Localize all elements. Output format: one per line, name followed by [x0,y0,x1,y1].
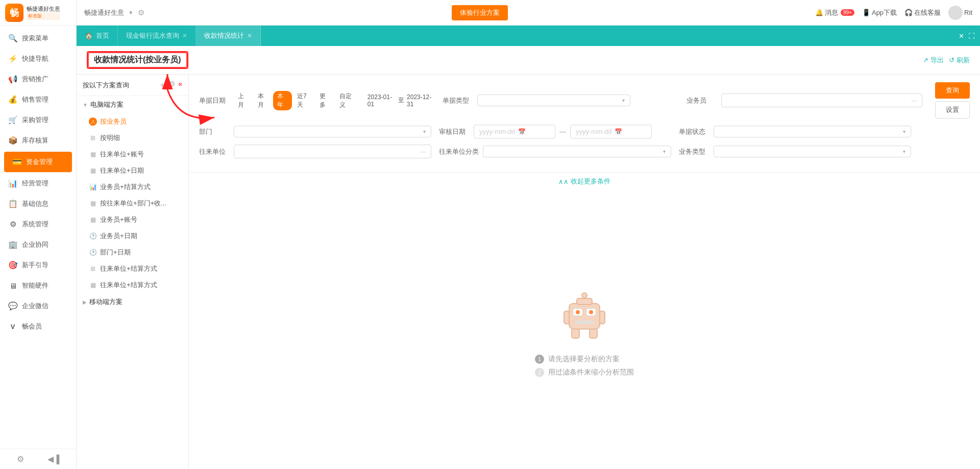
sidebar-item-hardware[interactable]: 🖥 智能硬件 [0,275,76,296]
unit-settle1-icon: ⊞ [89,265,97,273]
counterpart-type-select[interactable]: ▾ [483,146,671,157]
dept-select[interactable]: ▾ [234,126,431,137]
add-scheme-icon[interactable]: ＋ [158,80,166,90]
scheme-item-unit-settle2[interactable]: ▦ 往来单位+结算方式 [77,277,188,293]
counterpart-type-chevron: ▾ [663,149,666,154]
online-service-item[interactable]: 🎧 在线客服 [904,8,941,17]
tip-num-2: 2 [535,368,544,377]
page-actions: ↗ 导出 ↺ 刷新 [923,56,970,65]
voucher-status-select[interactable]: ▾ [714,126,911,137]
sidebar-item-finance[interactable]: 💳 资金管理 [4,152,72,172]
scheme-item-salesperson-account[interactable]: ▦ 业务员+账号 [77,212,188,228]
sidebar-item-search-menu[interactable]: 🔍 搜索菜单 [0,28,76,49]
operation-icon: 📊 [8,178,18,189]
audit-date-from-input[interactable]: yyyy-mm-dd 📅 [474,125,555,138]
user-item[interactable]: Rit [948,6,972,20]
scheme-item-unit-date[interactable]: ▦ 往来单位+日期 [77,162,188,179]
svg-rect-10 [572,329,579,338]
breadcrumb-dropdown-icon[interactable]: ▾ [129,9,133,16]
date-tab-more[interactable]: 更多 [315,91,334,110]
scheme-collapse-icon[interactable]: « [178,80,182,90]
counterpart-label: 往来单位 [199,147,230,156]
scheme-item-label: 往来单位+日期 [100,166,144,175]
sidebar-item-guide[interactable]: 🎯 新手引导 [0,255,76,275]
scheme-item-unit-account[interactable]: ▦ 往来单位+账号 [77,146,188,162]
tab-bank-flow[interactable]: 现金银行流水查询 ✕ [118,26,196,46]
scheme-item-dept-date[interactable]: 🕐 部门+日期 [77,244,188,261]
query-button[interactable]: 查询 [935,82,970,99]
sidebar-item-label: 企业微信 [22,301,48,311]
mobile-group-title[interactable]: ▶ 移动端方案 [77,293,188,311]
sidebar-item-quick-nav[interactable]: ⚡ 快捷导航 [0,49,76,69]
sidebar-item-purchase[interactable]: 🛒 采购管理 [0,110,76,130]
search-menu-icon: 🔍 [8,33,18,43]
desktop-group-label: 电脑端方案 [90,100,124,109]
scheme-item-salesperson-date[interactable]: 🕐 业务员+日期 [77,228,188,244]
audit-from-placeholder: yyyy-mm-dd [479,128,516,135]
svg-rect-6 [577,298,592,304]
sidebar-item-operation[interactable]: 📊 经营管理 [0,173,76,194]
window-close-icon[interactable]: ✕ [959,32,964,40]
date-tab-last-month[interactable]: 上月 [234,91,253,110]
scheme-item-unit-dept-collect[interactable]: ▦ 按往来单位+部门+收... [77,195,188,212]
sidebar-item-member[interactable]: V 畅会员 [0,316,76,337]
audit-date-filter: 审核日期 yyyy-mm-dd 📅 — yyyy-mm-dd 📅 [439,125,671,138]
filter-content: 单据日期 上月 本月 本年 近7天 更多 自定义 2023-01-01 [189,75,980,172]
tab-bank-flow-close[interactable]: ✕ [182,32,187,39]
scheme-item-by-detail[interactable]: ⊞ 按明细 [77,130,188,146]
notification-item[interactable]: 🔔 消息 99+ [815,8,854,17]
counterpart-select[interactable]: ··· [234,145,431,158]
mobile-group-label: 移动端方案 [89,297,122,307]
salesperson-dots[interactable]: ··· [911,97,917,104]
refresh-button[interactable]: ↺ 刷新 [949,56,970,65]
window-maximize-icon[interactable]: ⛶ [968,32,975,40]
svg-rect-8 [564,311,569,324]
sidebar-item-inventory[interactable]: 📦 库存核算 [0,130,76,151]
svg-rect-9 [600,311,605,324]
tab-home-label: 首页 [96,31,109,40]
counterpart-dots[interactable]: ··· [420,148,426,155]
audit-date-to-input[interactable]: yyyy-mm-dd 📅 [570,125,652,138]
audit-to-placeholder: yyyy-mm-dd [576,128,612,135]
sidebar-item-label: 畅会员 [22,322,42,331]
biz-type-select[interactable]: ▾ [714,146,911,157]
settings-bottom-btn[interactable]: ⚙ [17,454,24,464]
sidebar-item-enterprise[interactable]: 🏢 企业协同 [0,235,76,255]
inventory-icon: 📦 [8,135,18,146]
trial-button[interactable]: 体验行业方案 [452,5,508,20]
user-name: Rit [964,9,972,16]
date-tab-this-year[interactable]: 本年 [273,91,292,110]
set-button[interactable]: 设置 [935,101,970,119]
date-from: 2023-01-01 [368,93,396,108]
scheme-item-by-salesperson[interactable]: 人 按业务员 [77,113,188,130]
quick-nav-icon: ⚡ [8,54,18,64]
collapse-bar[interactable]: ∧∧ 收起更多条件 [189,172,980,190]
scheme-item-salesperson-settle[interactable]: 📊 业务员+结算方式 [77,179,188,195]
tab-receipt-stat[interactable]: 收款情况统计 ✕ [196,26,261,46]
date-tab-this-month[interactable]: 本月 [254,91,273,110]
tab-receipt-stat-close[interactable]: ✕ [247,32,252,39]
sidebar-item-sales[interactable]: 💰 销售管理 [0,89,76,110]
voucher-type-select[interactable]: ▾ [477,95,630,106]
sidebar-item-label: 资金管理 [26,157,53,167]
scheme-item-label: 业务员+日期 [100,231,137,241]
tab-home[interactable]: 🏠 首页 [77,26,118,46]
export-button[interactable]: ↗ 导出 [923,56,944,65]
sidebar-item-label: 搜索菜单 [22,34,48,43]
date-tab-7days[interactable]: 近7天 [293,91,314,110]
notification-label: 消息 [825,8,838,17]
page-content: 收款情况统计(按业务员) ↗ 导出 ↺ 刷新 按以下方案查询 [77,46,980,469]
sidebar-item-wechat[interactable]: 💬 企业微信 [0,296,76,316]
date-tab-custom[interactable]: 自定义 [335,91,359,110]
collapse-sidebar-btn[interactable]: ◀▐ [47,454,59,464]
settings-icon[interactable]: ⚙ [138,8,144,17]
sidebar: 畅 畅捷通好生意 标准版 🔍 搜索菜单 ⚡ 快捷导航 📢 营销推广 💰 销售管理… [0,0,77,469]
sidebar-item-marketing[interactable]: 📢 营销推广 [0,69,76,89]
scheme-settings-icon[interactable]: ⚙ [169,80,176,90]
salesperson-select[interactable]: ··· [721,93,922,107]
sidebar-item-system[interactable]: ⚙ 系统管理 [0,214,76,235]
sidebar-item-basic[interactable]: 📋 基础信息 [0,194,76,214]
desktop-group-title[interactable]: ▼ 电脑端方案 [77,96,188,113]
app-download-item[interactable]: 📱 App下载 [862,8,897,17]
scheme-item-unit-settle1[interactable]: ⊞ 往来单位+结算方式 [77,261,188,277]
